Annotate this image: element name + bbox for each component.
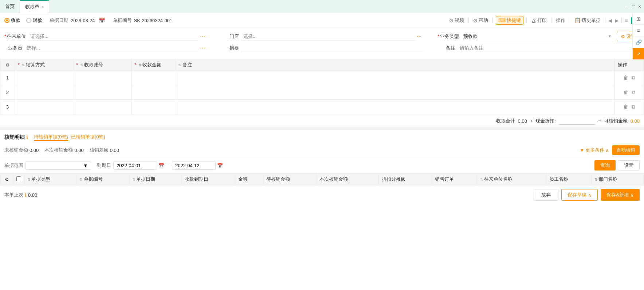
sidebar-list-icon[interactable]: ≡: [633, 25, 644, 36]
refund-radio-dot: [26, 18, 31, 23]
range-select[interactable]: ▼: [25, 161, 91, 170]
refund-radio[interactable]: 退款: [26, 17, 42, 24]
nav-next-icon[interactable]: ▶: [615, 18, 619, 23]
abandon-btn[interactable]: 放弃: [534, 189, 558, 201]
sidebar-link-icon[interactable]: 🔗: [633, 36, 644, 48]
row1-amount[interactable]: [131, 71, 175, 85]
print-icon: 🖨: [531, 17, 536, 23]
date-calendar-icon[interactable]: 📅: [99, 17, 105, 23]
tab-close-icon[interactable]: ×: [42, 5, 44, 9]
table-row: 1 🗑 ⧉: [0, 71, 644, 85]
minimize-icon[interactable]: —: [624, 4, 629, 9]
staff-more-icon[interactable]: ···: [199, 45, 206, 51]
unreconciled-label: 未核销金额: [4, 147, 28, 153]
chevron-up-icon: ∧: [605, 148, 609, 153]
row2-settlement[interactable]: [15, 85, 73, 100]
stats-row: 未核销金额 0.00 本次核销金额 0.00 核销差额 0.00 ▼ 更多条件 …: [0, 143, 644, 157]
row1-copy-icon[interactable]: ⧉: [632, 75, 635, 81]
store-field: 门店 ···: [221, 32, 423, 40]
th-settings[interactable]: ⚙: [0, 59, 15, 71]
filter-row: 单据范围 ▼ 到期日 📅 — 📅 查询 设置: [0, 157, 644, 173]
row2-account[interactable]: [73, 85, 131, 100]
stats-right: ▼ 更多条件 ∧ 自动核销: [580, 145, 640, 155]
sidebar-expand-icon[interactable]: ↗: [633, 48, 644, 60]
section-tabs: 待核销单据(0笔) 已核销单据(0笔): [34, 134, 105, 141]
row3-ops: 🗑 ⧉: [615, 100, 644, 114]
row3-delete-icon[interactable]: 🗑: [623, 104, 628, 110]
row1-delete-icon[interactable]: 🗑: [623, 75, 628, 81]
auto-reconcile-btn[interactable]: 自动核销: [612, 145, 640, 155]
more-filter-btn[interactable]: ▼ 更多条件 ∧: [580, 147, 609, 153]
more-filter-label: 更多条件: [585, 147, 604, 153]
partner-more-icon[interactable]: ···: [199, 33, 206, 40]
history-label: 历史单据: [582, 17, 601, 24]
doc-no-value: SK-20230324-001: [134, 18, 173, 23]
th-ops: 操作: [615, 59, 644, 71]
receipt-radio[interactable]: 收款: [4, 17, 20, 24]
row2-copy-icon[interactable]: ⧉: [632, 89, 635, 95]
history-btn[interactable]: 📋 历史单据: [573, 17, 602, 24]
row3-copy-icon[interactable]: ⧉: [632, 104, 635, 110]
help-btn[interactable]: ⊙ 帮助: [472, 17, 490, 24]
footer-info-icon[interactable]: ℹ: [25, 192, 27, 198]
receipt-radio-dot: [4, 18, 9, 23]
tab-home[interactable]: 首页: [0, 0, 20, 13]
staff-input[interactable]: [24, 44, 199, 52]
sidebar-table-icon[interactable]: ⊞: [633, 13, 644, 25]
video-btn[interactable]: ⊙ 视频: [448, 17, 466, 24]
list-icon[interactable]: ≡: [625, 17, 628, 24]
help-label: 帮助: [479, 17, 488, 24]
operation-btn[interactable]: 操作: [554, 17, 567, 24]
staff-label: 业务员: [4, 45, 24, 51]
remark-input[interactable]: [458, 44, 640, 52]
bottom-gear-icon: ⚙: [5, 177, 9, 182]
print-label: 打印: [537, 17, 547, 24]
current-stat: 本次核销金额 0.00: [44, 147, 83, 153]
biz-type-value: 预收款: [463, 33, 608, 40]
discount-input[interactable]: [559, 117, 595, 125]
range-arrow-icon: ▼: [83, 163, 88, 168]
row3-amount[interactable]: [131, 100, 175, 114]
row2-remark[interactable]: [175, 85, 615, 100]
save-new-btn[interactable]: 保存&新增 ∧: [601, 189, 640, 201]
history-icon: 📋: [574, 17, 581, 23]
draft-btn[interactable]: 保存草稿 ∧: [561, 189, 598, 201]
close-icon[interactable]: ×: [638, 4, 641, 9]
row3-account[interactable]: [73, 100, 131, 114]
row3-remark[interactable]: [175, 100, 615, 114]
draft-arrow-icon: ∧: [588, 192, 592, 198]
row1-account[interactable]: [73, 71, 131, 85]
bth-checkbox[interactable]: [13, 174, 24, 185]
done-tab[interactable]: 已核销单据(0笔): [71, 134, 105, 141]
print-btn[interactable]: 🖨 打印: [530, 17, 548, 24]
summary-input[interactable]: [241, 44, 423, 52]
calendar-from-icon[interactable]: 📅: [158, 163, 164, 168]
row1-remark[interactable]: [175, 71, 615, 85]
date-to-input[interactable]: [172, 161, 216, 170]
shortcut-btn[interactable]: ⌨ 快捷键: [496, 16, 523, 25]
bth-settings[interactable]: ⚙: [0, 174, 13, 185]
date-separator: —: [166, 163, 170, 168]
row1-settlement[interactable]: [15, 71, 73, 85]
maximize-icon[interactable]: □: [632, 4, 635, 9]
info-icon[interactable]: ℹ: [26, 135, 28, 140]
partner-input[interactable]: [28, 32, 199, 40]
calendar-to-icon[interactable]: 📅: [217, 163, 223, 168]
current-label: 本次核销金额: [44, 147, 73, 153]
store-input[interactable]: [241, 32, 415, 40]
biz-type-select[interactable]: 预收款 ▼: [461, 32, 614, 41]
query-btn[interactable]: 查询: [594, 160, 616, 171]
tab-receipt[interactable]: 收款单 ×: [20, 0, 49, 13]
bth-amount: 金额: [235, 174, 263, 185]
filter-settings-btn[interactable]: 设置: [618, 160, 640, 171]
row3-settlement[interactable]: [15, 100, 73, 114]
bth-staff: 员工名称: [546, 174, 592, 185]
date-from-input[interactable]: [113, 161, 157, 170]
pending-tab[interactable]: 待核销单据(0笔): [34, 134, 68, 141]
select-all-checkbox[interactable]: [16, 176, 21, 181]
row2-delete-icon[interactable]: 🗑: [623, 89, 628, 95]
diff-value: 0.00: [110, 148, 119, 153]
row2-amount[interactable]: [131, 85, 175, 100]
nav-prev-icon[interactable]: ◀: [608, 18, 612, 23]
store-more-icon[interactable]: ···: [415, 33, 423, 40]
